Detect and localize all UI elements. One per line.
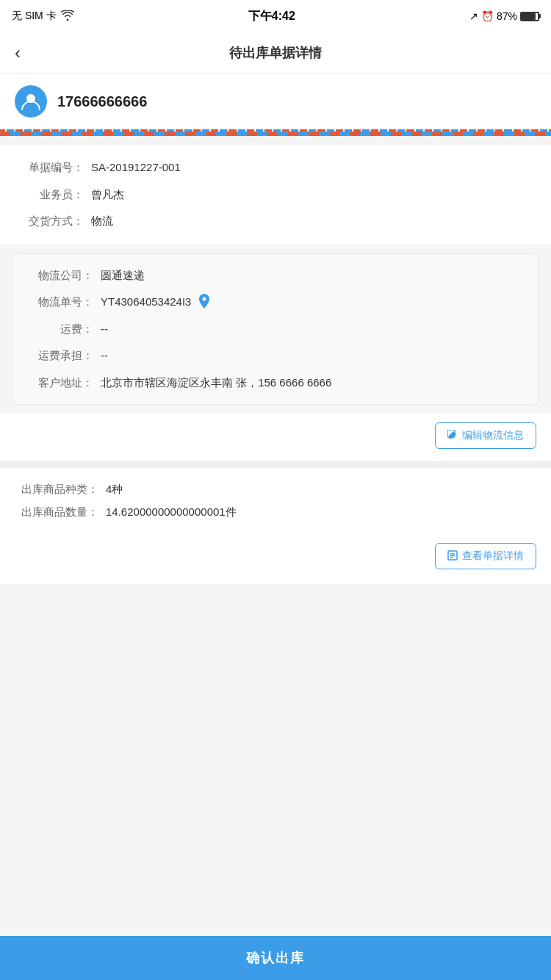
status-right: ↗ ⏰ 87% (469, 10, 539, 22)
decorative-divider (0, 131, 551, 136)
view-details-button[interactable]: 查看单据详情 (435, 543, 536, 569)
edit-logistics-btn-row: 编辑物流信息 (0, 414, 551, 461)
address-value: 北京市市辖区海淀区永丰南 张，156 6666 6666 (101, 375, 524, 392)
address-label: 客户地址： (27, 375, 93, 392)
wifi-icon (61, 10, 74, 23)
edit-logistics-button[interactable]: 编辑物流信息 (435, 422, 536, 449)
doc-number-row: 单据编号： SA-20191227-001 (18, 159, 533, 176)
goods-quantity-value: 14.62000000000000001件 (106, 505, 237, 519)
customer-phone: 17666666666 (57, 93, 147, 110)
goods-info-section: 出库商品种类： 4种 出库商品数量： 14.62000000000000001件 (0, 468, 551, 534)
logistics-tracking-value: YT43064053424I3 (101, 294, 524, 311)
logistics-tracking-label: 物流单号： (27, 294, 93, 311)
goods-type-value: 4种 (106, 483, 123, 497)
freight-value: -- (101, 321, 524, 338)
delivery-value: 物流 (91, 213, 533, 230)
alarm-icon: ⏰ (481, 10, 494, 22)
logistics-card: 物流公司： 圆通速递 物流单号： YT43064053424I3 运费： -- … (12, 253, 539, 406)
status-left: 无 SIM 卡 (12, 10, 74, 23)
freight-bear-row: 运费承担： -- (27, 347, 524, 364)
confirm-outbound-button[interactable]: 确认出库 (246, 949, 305, 967)
logistics-company-value: 圆通速递 (101, 267, 524, 284)
delivery-label: 交货方式： (18, 213, 84, 230)
edit-icon (447, 430, 458, 442)
carrier-text: 无 SIM 卡 (12, 10, 57, 23)
salesman-row: 业务员： 曾凡杰 (18, 187, 533, 203)
freight-row: 运费： -- (27, 321, 524, 338)
view-details-btn-row: 查看单据详情 (0, 534, 551, 584)
salesman-label: 业务员： (18, 187, 84, 203)
doc-number-value: SA-20191227-001 (91, 159, 533, 176)
freight-label: 运费： (27, 321, 93, 338)
logistics-tracking-row: 物流单号： YT43064053424I3 (27, 294, 524, 311)
status-time: 下午4:42 (248, 9, 295, 24)
logistics-company-row: 物流公司： 圆通速递 (27, 267, 524, 284)
doc-number-label: 单据编号： (18, 159, 84, 176)
address-row: 客户地址： 北京市市辖区海淀区永丰南 张，156 6666 6666 (27, 375, 524, 392)
location-status-icon: ↗ (469, 10, 478, 22)
view-details-label: 查看单据详情 (462, 550, 524, 563)
status-bar: 无 SIM 卡 下午4:42 ↗ ⏰ 87% (0, 0, 551, 32)
goods-quantity-row: 出库商品数量： 14.62000000000000001件 (18, 505, 533, 519)
customer-header: 17666666666 (0, 73, 551, 131)
freight-bear-label: 运费承担： (27, 347, 93, 364)
battery-percent: 87% (497, 10, 517, 22)
delivery-row: 交货方式： 物流 (18, 213, 533, 230)
battery-icon (520, 12, 539, 21)
salesman-value: 曾凡杰 (91, 187, 533, 203)
back-button[interactable]: ‹ (15, 44, 21, 62)
bottom-action-bar: 确认出库 (0, 936, 551, 980)
freight-bear-value: -- (101, 347, 524, 364)
document-icon (447, 550, 458, 563)
edit-logistics-label: 编辑物流信息 (462, 429, 524, 442)
nav-bar: ‹ 待出库单据详情 (0, 32, 551, 73)
page-title: 待出库单据详情 (229, 44, 322, 62)
user-avatar-icon (21, 91, 41, 112)
empty-space (0, 584, 551, 716)
goods-type-label: 出库商品种类： (18, 483, 98, 497)
avatar (15, 85, 47, 118)
map-location-icon[interactable] (197, 294, 212, 310)
goods-type-row: 出库商品种类： 4种 (18, 483, 533, 497)
logistics-company-label: 物流公司： (27, 267, 93, 284)
section-divider (0, 461, 551, 468)
goods-quantity-label: 出库商品数量： (18, 505, 98, 519)
document-info-section: 单据编号： SA-20191227-001 业务员： 曾凡杰 交货方式： 物流 (0, 145, 551, 245)
